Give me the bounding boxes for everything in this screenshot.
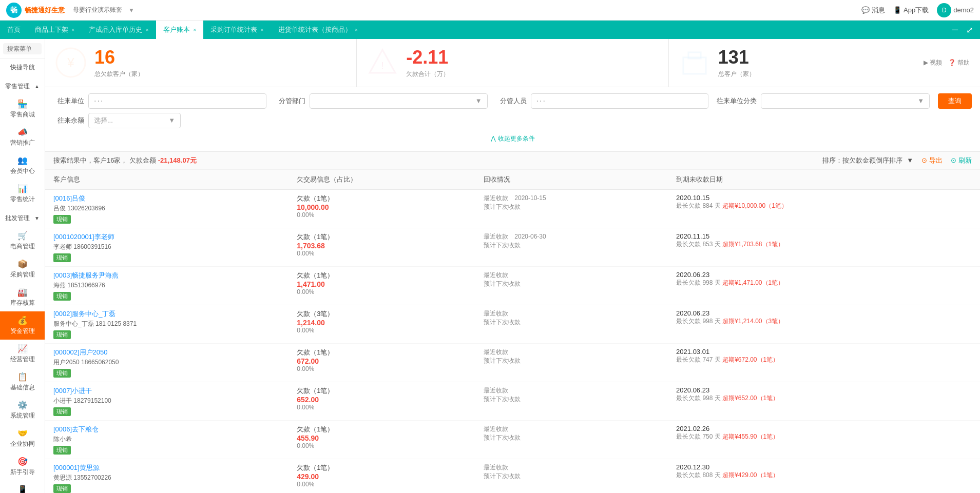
sidebar-basic-label: 基础信息	[10, 383, 35, 392]
nav-maximize-icon[interactable]: ⤢	[963, 24, 976, 36]
sidebar-item-retail-mall[interactable]: 🏪 零售商城	[0, 95, 45, 123]
sidebar-item-app-center[interactable]: 📱 应用中心	[0, 481, 45, 493]
debt-amount[interactable]: 652.00	[297, 396, 467, 404]
remaining-select[interactable]: 选择... ▼	[88, 113, 181, 128]
tab-purchase-order[interactable]: 采购订单统计表 ×	[203, 21, 271, 39]
sidebar-item-enterprise-collab[interactable]: 🤝 企业协同	[0, 424, 45, 452]
tab-home[interactable]: 首页	[0, 21, 28, 39]
overdue-link[interactable]: 超期¥1,214.00（3笔）	[722, 318, 784, 325]
overdue-link[interactable]: 超期¥652.00（1笔）	[722, 395, 779, 402]
user-avatar[interactable]: D demo2	[937, 3, 974, 17]
export-button[interactable]: ⊙ 导出	[921, 156, 943, 165]
remaining-placeholder: 选择...	[94, 116, 113, 125]
unit-category-select[interactable]: ▼	[761, 93, 930, 109]
recovery-cell: 最近收款 2020-06-30 预计下次收款	[475, 228, 668, 266]
overdue-link[interactable]: 超期¥455.90（1笔）	[722, 433, 779, 440]
customer-name-link[interactable]: [0007]小进干	[53, 386, 280, 396]
refresh-button[interactable]: ⊙ 刷新	[951, 156, 972, 165]
debt-amount[interactable]: 672.00	[297, 357, 467, 365]
tab-customer-account[interactable]: 客户账本 ×	[156, 21, 203, 39]
recovery-cell: 最近收款 预计下次收款	[475, 266, 668, 305]
customer-name-link[interactable]: [0016]吕俊	[53, 194, 280, 203]
sidebar-item-quick-nav[interactable]: 快捷导航	[0, 59, 45, 76]
debt-amount[interactable]: 1,703.68	[297, 242, 467, 250]
overdue-link[interactable]: 超期¥10,000.00（1笔）	[722, 202, 787, 209]
customer-sub-info: 海燕 18513066976	[53, 281, 280, 290]
sidebar-item-finance[interactable]: 💰 资金管理	[0, 311, 45, 340]
query-button[interactable]: 查询	[938, 93, 972, 109]
sidebar-item-warehouse[interactable]: 🏭 库存核算	[0, 283, 45, 311]
sidebar-item-operations[interactable]: 📈 经营管理	[0, 340, 45, 368]
app-download-button[interactable]: 📱 App下载	[893, 6, 929, 15]
search-input[interactable]	[3, 43, 42, 54]
dropdown-arrow[interactable]: ▼	[128, 7, 134, 14]
table-info: 搜索结果中，客户16家， 欠款金额 -21,148.07元	[53, 156, 197, 165]
debt-amount[interactable]: 1,471.00	[297, 280, 467, 288]
stat-label-owed-amount: 欠款合计（万）	[406, 70, 449, 78]
sidebar-item-batch[interactable]: 批发管理 ▼	[0, 210, 45, 227]
overdue-days: 最长欠款 998 天 超期¥1,471.00（1笔）	[676, 279, 972, 287]
sidebar-item-basic[interactable]: 📋 基础信息	[0, 368, 45, 396]
overdue-link[interactable]: 超期¥1,703.68（1笔）	[722, 241, 784, 248]
tab-produce-history[interactable]: 产成品入库单历史 ×	[82, 21, 156, 39]
company-name: 母婴行业演示账套	[73, 6, 122, 14]
customer-name-link[interactable]: [000001]黄思源	[53, 463, 280, 472]
debt-amount[interactable]: 10,000.00	[297, 203, 467, 211]
source-unit-input[interactable]: ···	[88, 93, 266, 109]
tab-close-purchase-order[interactable]: ×	[260, 27, 263, 33]
tab-purchase-stats[interactable]: 进货单统计表（按商品） ×	[271, 21, 365, 39]
debt-info-cell: 欠款（1笔） 10,000.00 0.00%	[289, 189, 475, 228]
recent-label: 最近收款	[484, 271, 660, 280]
tab-close-purchase-stats[interactable]: ×	[355, 27, 358, 33]
overdue-days: 最长欠款 853 天 超期¥1,703.68（1笔）	[676, 240, 972, 249]
sidebar-item-system[interactable]: ⚙️ 系统管理	[0, 396, 45, 424]
message-button[interactable]: 💬 消息	[861, 6, 885, 15]
customer-sub-info: 用户2050 18665062050	[53, 358, 280, 367]
tab-close-customer-account[interactable]: ×	[193, 27, 196, 33]
sidebar-item-retail-stats[interactable]: 📊 零售统计	[0, 180, 45, 208]
sidebar-marketing-label: 营销推广	[10, 139, 35, 147]
sidebar-search-area	[0, 39, 45, 59]
customer-name-link[interactable]: [0002]服务中心_丁磊	[53, 309, 280, 319]
due-date: 2021.02.26	[676, 425, 972, 432]
customer-name-link[interactable]: [000002]用户2050	[53, 348, 280, 357]
sidebar-item-newbie[interactable]: 🎯 新手引导	[0, 452, 45, 481]
tab-close-product-off[interactable]: ×	[71, 27, 74, 33]
overdue-link[interactable]: 超期¥672.00（1笔）	[722, 356, 779, 363]
customer-name-link[interactable]: [0006]去下粮仓	[53, 425, 280, 434]
customer-name-link[interactable]: [0001020001]李老师	[53, 232, 280, 242]
col-header-debt: 欠交易信息（占比）	[289, 170, 475, 190]
tab-close-produce-history[interactable]: ×	[145, 27, 148, 33]
person-dots: ···	[536, 96, 546, 106]
top-bar: 畅 畅捷通好生意 母婴行业演示账套 ▼ 💬 消息 📱 App下载 D demo2	[0, 0, 980, 21]
debt-amount[interactable]: 455.90	[297, 434, 467, 442]
overdue-link[interactable]: 超期¥1,471.00（1笔）	[722, 279, 784, 286]
overdue-link[interactable]: 超期¥429.00（1笔）	[722, 471, 779, 479]
sidebar-item-member[interactable]: 👥 会员中心	[0, 151, 45, 180]
sidebar-item-ecommerce[interactable]: 🛒 电商管理	[0, 227, 45, 255]
message-icon: 💬	[861, 6, 870, 14]
sort-select[interactable]: 排序：按欠款金额倒序排序 ▼	[822, 156, 913, 165]
owed-customers-icon: ¥	[55, 47, 86, 78]
debt-amount[interactable]: 429.00	[297, 472, 467, 481]
video-action[interactable]: ▶ 视频	[924, 58, 942, 67]
sidebar-enterprise-collab-label: 企业协同	[10, 440, 35, 448]
collapse-bar[interactable]: ⋀ 收起更多条件	[53, 132, 972, 145]
predict-label: 预计下次收款	[484, 280, 660, 288]
sidebar-item-purchase[interactable]: 📦 采购管理	[0, 255, 45, 283]
tab-product-off[interactable]: 商品上下架 ×	[28, 21, 82, 39]
debt-amount[interactable]: 1,214.00	[297, 319, 467, 327]
stat-number-owed-customers: 16	[94, 47, 144, 68]
nav-minimize-icon[interactable]: ─	[949, 24, 961, 35]
filter-area: 往来单位 ··· 分管部门 ▼ 分管人员	[45, 87, 980, 152]
table-row: [000001]黄思源 黄思源 13552700226 现销 欠款（1笔） 42…	[45, 459, 980, 493]
overdue-days: 最长欠款 747 天 超期¥672.00（1笔）	[676, 356, 972, 364]
sidebar-item-retail[interactable]: 零售管理 ▲	[0, 78, 45, 95]
customer-name-link[interactable]: [0003]畅捷服务尹海燕	[53, 271, 280, 280]
person-input[interactable]: ···	[531, 93, 709, 109]
dept-select[interactable]: ▼	[310, 93, 488, 109]
customer-tag: 现销	[53, 369, 71, 378]
stat-number-owed-amount: -2.11	[406, 47, 449, 68]
sidebar-item-marketing[interactable]: 📣 营销推广	[0, 123, 45, 151]
help-action[interactable]: ❓ 帮助	[948, 58, 970, 67]
